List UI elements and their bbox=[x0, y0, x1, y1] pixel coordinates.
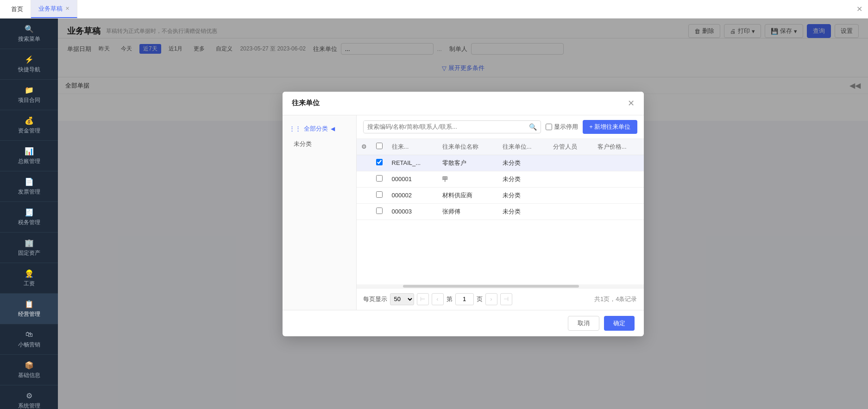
select-all-checkbox[interactable] bbox=[376, 143, 383, 149]
row-category: 未分类 bbox=[498, 187, 549, 203]
row-checkbox-cell[interactable] bbox=[371, 187, 387, 203]
sidebar-item-basic[interactable]: 📦 基础信息 bbox=[0, 355, 58, 385]
page-total-label: 共1页，4条记录 bbox=[594, 295, 637, 303]
window-close-icon[interactable]: ✕ bbox=[856, 5, 862, 13]
sidebar-label-ledger: 总账管理 bbox=[18, 157, 40, 165]
row-checkbox-cell[interactable] bbox=[371, 203, 387, 220]
last-page-button[interactable]: ⊣ bbox=[500, 293, 512, 305]
sidebar-label-search: 搜索菜单 bbox=[18, 35, 40, 43]
row-setting[interactable] bbox=[357, 187, 371, 203]
tax-icon: 🧾 bbox=[25, 208, 34, 217]
sidebar-item-project[interactable]: 📁 项目合同 bbox=[0, 80, 58, 110]
pagination-bar: 每页显示 50 100 ⊢ ‹ 第 页 › ⊣ 共1页，4条记录 bbox=[357, 288, 644, 310]
uncategorized-item[interactable]: 未分类 bbox=[283, 137, 356, 151]
ledger-icon: 📊 bbox=[25, 146, 34, 156]
th-price: 客户价格... bbox=[593, 139, 644, 155]
table-row[interactable]: 000003 张师傅 未分类 bbox=[357, 203, 644, 220]
content-area: 业务草稿 草稿转为正式单据时，不会执行满赠促销优惠 🗑 删除 🖨 打印 ▾ 💾 … bbox=[58, 19, 868, 409]
sidebar: 🔍 搜索菜单 ⚡ 快捷导航 📁 项目合同 💰 资金管理 📊 总账管理 📄 发票管… bbox=[0, 19, 58, 409]
sidebar-item-quick[interactable]: ⚡ 快捷导航 bbox=[0, 49, 58, 80]
per-page-label: 每页显示 bbox=[363, 295, 387, 303]
th-check[interactable] bbox=[371, 139, 387, 155]
page-number-input[interactable] bbox=[455, 293, 474, 305]
dialog-table-scroll[interactable]: ⚙ 往来... 往来单位名称 往来单位... 分管人员 客户价格... bbox=[357, 139, 644, 284]
sidebar-item-invoice[interactable]: 📄 发票管理 bbox=[0, 171, 58, 202]
sidebar-item-retail[interactable]: 🛍 小畅营销 bbox=[0, 324, 58, 355]
asset-icon: 🏢 bbox=[25, 238, 34, 247]
row-price bbox=[593, 187, 644, 203]
uncategorized-label: 未分类 bbox=[294, 140, 312, 147]
system-icon: ⚙ bbox=[25, 391, 34, 400]
next-page-button[interactable]: › bbox=[485, 293, 497, 305]
table-row[interactable]: 000002 材料供应商 未分类 bbox=[357, 187, 644, 203]
th-code: 往来... bbox=[387, 139, 438, 155]
dialog-table-body: RETAIL_... 零散客户 未分类 000001 甲 未分类 000002 … bbox=[357, 155, 644, 220]
row-price bbox=[593, 203, 644, 220]
search-icon[interactable]: 🔍 bbox=[525, 121, 541, 133]
sidebar-item-salary[interactable]: 👷 工资 bbox=[0, 263, 58, 294]
horizontal-scrollbar[interactable] bbox=[357, 284, 644, 288]
search-input[interactable] bbox=[364, 121, 526, 132]
counterpart-table: ⚙ 往来... 往来单位名称 往来单位... 分管人员 客户价格... bbox=[357, 139, 644, 220]
management-icon: 📋 bbox=[25, 299, 34, 308]
tab-active-label: 业务草稿 bbox=[38, 5, 63, 13]
show-disabled-checkbox[interactable] bbox=[546, 124, 552, 130]
row-checkbox[interactable] bbox=[376, 175, 383, 182]
row-setting[interactable] bbox=[357, 155, 371, 171]
row-checkbox[interactable] bbox=[376, 208, 383, 214]
sidebar-item-management[interactable]: 📋 经营管理 bbox=[0, 294, 58, 324]
row-category: 未分类 bbox=[498, 171, 549, 187]
th-setting[interactable]: ⚙ bbox=[357, 139, 371, 155]
invoice-icon: 📄 bbox=[25, 177, 34, 186]
row-setting[interactable] bbox=[357, 171, 371, 187]
dialog-right-panel: 🔍 显示停用 + 新增往来单位 ⚙ bbox=[357, 115, 644, 310]
th-name: 往来单位名称 bbox=[438, 139, 498, 155]
row-setting[interactable] bbox=[357, 203, 371, 220]
show-disabled-group: 显示停用 bbox=[546, 123, 578, 131]
row-code: 000002 bbox=[387, 187, 438, 203]
capital-icon: 💰 bbox=[25, 116, 34, 125]
per-page-select[interactable]: 50 100 bbox=[390, 293, 414, 305]
row-name: 零散客户 bbox=[438, 155, 498, 171]
row-checkbox-cell[interactable] bbox=[371, 171, 387, 187]
row-name: 张师傅 bbox=[438, 203, 498, 220]
row-manager bbox=[548, 155, 592, 171]
row-checkbox[interactable] bbox=[376, 159, 383, 165]
prev-page-button[interactable]: ‹ bbox=[432, 293, 444, 305]
row-checkbox[interactable] bbox=[376, 191, 383, 198]
tab-home-label: 首页 bbox=[11, 5, 23, 13]
sidebar-item-asset[interactable]: 🏢 固定资产 bbox=[0, 233, 58, 263]
sidebar-label-project: 项目合同 bbox=[18, 96, 40, 104]
tab-home[interactable]: 首页 bbox=[4, 0, 31, 18]
tab-list: 首页 业务草稿 ✕ bbox=[4, 0, 77, 18]
sidebar-label-invoice: 发票管理 bbox=[18, 188, 40, 196]
sidebar-label-quick: 快捷导航 bbox=[18, 66, 40, 74]
dialog-close-icon[interactable]: ✕ bbox=[628, 98, 635, 108]
table-row[interactable]: RETAIL_... 零散客户 未分类 bbox=[357, 155, 644, 171]
tab-close-icon[interactable]: ✕ bbox=[65, 6, 69, 12]
sidebar-item-ledger[interactable]: 📊 总账管理 bbox=[0, 141, 58, 171]
th-category: 往来单位... bbox=[498, 139, 549, 155]
add-counterpart-button[interactable]: + 新增往来单位 bbox=[583, 120, 637, 134]
row-checkbox-cell[interactable] bbox=[371, 155, 387, 171]
main-layout: 🔍 搜索菜单 ⚡ 快捷导航 📁 项目合同 💰 资金管理 📊 总账管理 📄 发票管… bbox=[0, 19, 868, 409]
sidebar-item-capital[interactable]: 💰 资金管理 bbox=[0, 110, 58, 141]
all-category-item[interactable]: ⋮⋮ 全部分类 ◀ bbox=[283, 121, 356, 137]
sidebar-item-tax[interactable]: 🧾 税务管理 bbox=[0, 202, 58, 233]
row-manager bbox=[548, 171, 592, 187]
table-row[interactable]: 000001 甲 未分类 bbox=[357, 171, 644, 187]
dialog-search-bar: 🔍 显示停用 + 新增往来单位 bbox=[357, 115, 644, 139]
show-disabled-label: 显示停用 bbox=[554, 123, 578, 131]
row-price bbox=[593, 171, 644, 187]
cancel-button[interactable]: 取消 bbox=[568, 316, 599, 331]
tab-active[interactable]: 业务草稿 ✕ bbox=[31, 0, 77, 18]
sidebar-item-search[interactable]: 🔍 搜索菜单 bbox=[0, 19, 58, 49]
quick-nav-icon: ⚡ bbox=[25, 55, 34, 64]
confirm-button[interactable]: 确定 bbox=[604, 316, 635, 331]
first-page-button[interactable]: ⊢ bbox=[417, 293, 429, 305]
sidebar-item-system[interactable]: ⚙ 系统管理 bbox=[0, 385, 58, 409]
row-code: 000001 bbox=[387, 171, 438, 187]
basic-icon: 📦 bbox=[25, 360, 34, 370]
collapse-left-icon[interactable]: ◀ bbox=[331, 126, 335, 132]
dialog-footer: 取消 确定 bbox=[283, 310, 644, 336]
